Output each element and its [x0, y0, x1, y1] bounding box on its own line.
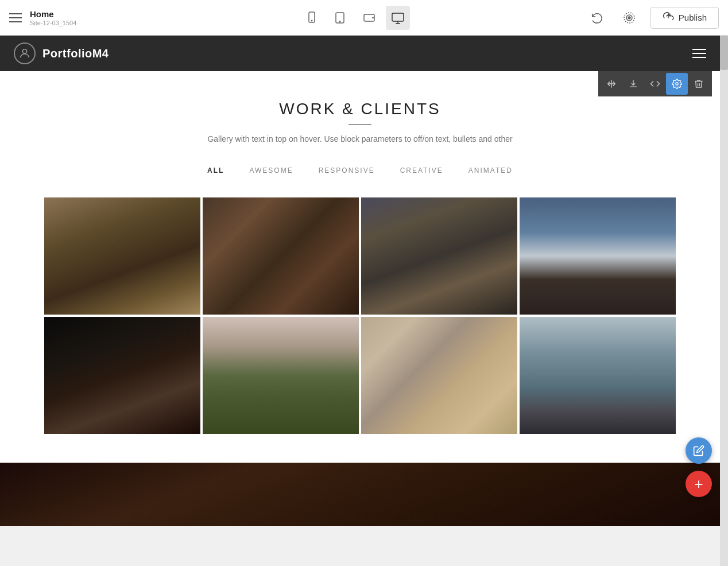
gallery-item-6[interactable] [203, 317, 359, 434]
gallery-filter: ALL AWESOME RESPONSIVE CREATIVE ANIMATED [23, 164, 697, 177]
publish-button[interactable]: Publish [650, 7, 719, 29]
undo-button[interactable] [586, 7, 608, 29]
svg-point-3 [340, 21, 340, 21]
tablet-landscape-view-button[interactable] [357, 6, 381, 30]
filter-awesome[interactable]: AWESOME [248, 164, 294, 177]
toolbar-right: Publish [586, 7, 719, 29]
filter-creative[interactable]: CREATIVE [399, 164, 444, 177]
scrollbar-thumb[interactable] [720, 36, 728, 70]
gallery-item-3[interactable] [361, 197, 517, 315]
gallery-grid [44, 197, 676, 434]
gallery-item-1[interactable] [44, 197, 200, 315]
mobile-view-button[interactable] [300, 6, 324, 30]
block-code-button[interactable] [644, 73, 666, 95]
gallery-image-sky-trees [520, 197, 676, 315]
site-content: PortfolioM4 WORK & CLIENTS [0, 36, 720, 566]
svg-point-1 [312, 20, 313, 21]
svg-point-5 [373, 17, 373, 18]
site-navbar: PortfolioM4 [0, 36, 720, 71]
gallery-subtitle: Gallery with text in top on hover. Use b… [23, 134, 697, 144]
add-fab-button[interactable]: + [686, 471, 712, 497]
gallery-image-forest [44, 197, 200, 315]
block-toolbar [598, 71, 712, 96]
block-move-button[interactable] [601, 73, 622, 95]
preview-button[interactable] [618, 7, 640, 29]
fab-container: + [686, 437, 712, 497]
svg-rect-6 [392, 13, 404, 21]
gallery-image-man-jacket [361, 197, 517, 315]
gallery-divider [348, 124, 371, 125]
gallery-section: WORK & CLIENTS Gallery with text in top … [0, 71, 720, 463]
gallery-item-8[interactable] [520, 317, 676, 434]
page-title: Home [30, 9, 76, 20]
tablet-view-button[interactable] [328, 6, 353, 30]
gallery-item-7[interactable] [361, 317, 517, 434]
site-nav-hamburger[interactable] [692, 49, 706, 58]
edit-fab-button[interactable] [686, 437, 712, 464]
site-logo-group: PortfolioM4 [14, 42, 109, 64]
gallery-image-maps [361, 317, 517, 434]
top-toolbar: Home Site-12-03_1504 Publish [0, 0, 728, 36]
gallery-title: WORK & CLIENTS [23, 100, 697, 118]
svg-point-10 [22, 49, 26, 53]
upload-cloud-icon [663, 12, 674, 24]
gallery-image-hills [203, 317, 359, 434]
block-download-button[interactable] [622, 73, 644, 95]
hamburger-menu-icon[interactable] [9, 13, 22, 22]
block-settings-button[interactable] [666, 73, 688, 95]
gallery-item-5[interactable] [44, 317, 200, 434]
gallery-item-4[interactable] [520, 197, 676, 315]
svg-point-9 [628, 17, 630, 19]
hero-section [0, 463, 720, 526]
scrollbar-track[interactable] [720, 36, 728, 566]
gallery-item-2[interactable] [203, 197, 359, 315]
avatar [14, 42, 36, 64]
publish-label: Publish [679, 13, 707, 22]
gallery-image-wood-ship [203, 197, 359, 315]
filter-animated[interactable]: ANIMATED [467, 164, 514, 177]
add-icon: + [694, 475, 703, 493]
device-switcher [124, 6, 586, 30]
desktop-view-button[interactable] [386, 6, 410, 30]
toolbar-left: Home Site-12-03_1504 [9, 9, 124, 26]
block-delete-button[interactable] [688, 73, 710, 95]
gallery-image-person-hat [520, 317, 676, 434]
filter-all[interactable]: ALL [206, 164, 225, 177]
site-logo-text: PortfolioM4 [42, 47, 109, 60]
filter-responsive[interactable]: RESPONSIVE [317, 164, 376, 177]
toolbar-title-group: Home Site-12-03_1504 [30, 9, 76, 26]
gallery-header: WORK & CLIENTS Gallery with text in top … [23, 100, 697, 144]
svg-point-11 [676, 83, 679, 86]
gallery-image-girl-window [44, 317, 200, 434]
site-id: Site-12-03_1504 [30, 20, 76, 26]
